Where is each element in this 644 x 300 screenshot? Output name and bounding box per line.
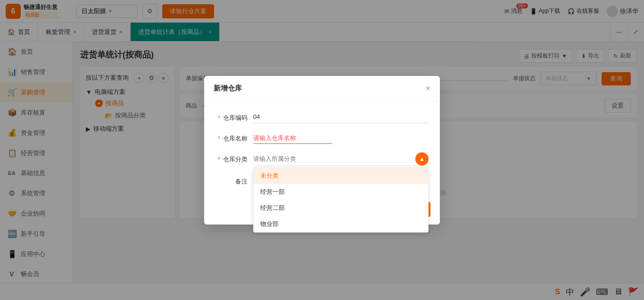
category-toggle-button[interactable]: ▲ (415, 152, 429, 166)
modal-overlay: 新增仓库 × * 仓库编码 * 仓库名称 请输入仓库名称 (0, 0, 644, 300)
form-row-category: * 仓库分类 ▲ 未分类 经营一部 经营二部 物业部 (215, 152, 429, 166)
remark-label: 备注 (215, 175, 253, 186)
code-input[interactable] (253, 111, 429, 123)
name-label: * 仓库名称 (215, 132, 253, 143)
name-required-star: * (218, 135, 220, 142)
category-dropdown: 未分类 经营一部 经营二部 物业部 (253, 167, 429, 233)
code-label: * 仓库编码 (215, 111, 253, 122)
required-star: * (218, 114, 220, 121)
modal-header: 新增仓库 × (204, 76, 440, 101)
name-input-wrapper: 请输入仓库名称 (253, 132, 429, 144)
dropdown-item-property[interactable]: 物业部 (254, 216, 428, 232)
dropdown-item-dept2[interactable]: 经营二部 (254, 200, 428, 216)
new-warehouse-modal: 新增仓库 × * 仓库编码 * 仓库名称 请输入仓库名称 (204, 76, 440, 225)
form-row-code: * 仓库编码 (215, 111, 429, 123)
modal-body: * 仓库编码 * 仓库名称 请输入仓库名称 * (204, 101, 440, 196)
cat-required-star: * (218, 156, 220, 163)
form-row-name: * 仓库名称 请输入仓库名称 (215, 132, 429, 144)
category-label: * 仓库分类 (215, 152, 253, 164)
category-select-row: ▲ 未分类 经营一部 经营二部 物业部 (253, 152, 429, 166)
name-input[interactable] (253, 132, 332, 144)
modal-close-button[interactable]: × (425, 83, 430, 93)
dropdown-item-dept1[interactable]: 经营一部 (254, 184, 428, 200)
dropdown-item-uncategorized[interactable]: 未分类 (254, 168, 428, 184)
category-input[interactable] (253, 153, 415, 165)
modal-title: 新增仓库 (214, 84, 242, 93)
